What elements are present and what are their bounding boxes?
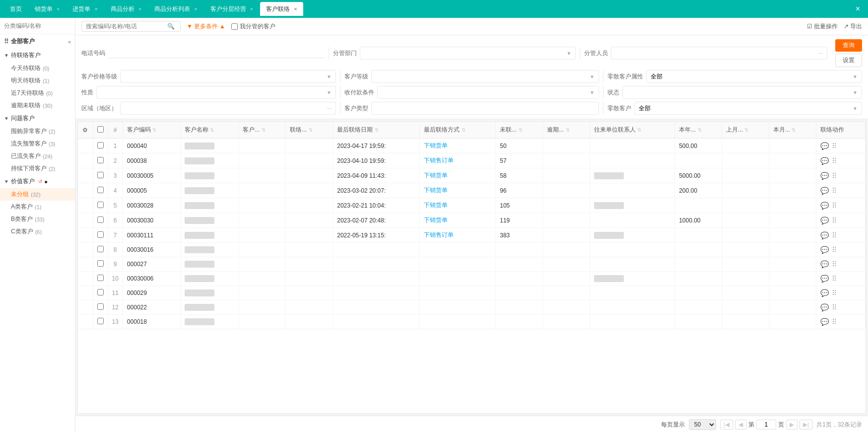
row-last-way[interactable]	[420, 300, 496, 315]
price-level-select[interactable]: ▼	[120, 70, 336, 83]
action-grid-icon[interactable]: ⠿	[832, 231, 837, 239]
last-way-column-header[interactable]: 最后联络方式 ⇅	[420, 122, 496, 139]
sidebar-item-class-b[interactable]: B类客户 (33)	[0, 213, 75, 225]
value-refresh-icon[interactable]: ↺	[38, 179, 42, 184]
close-product-analysis-tab[interactable]: ×	[138, 6, 141, 12]
row-checkbox-cell[interactable]	[93, 243, 108, 257]
export-button[interactable]: ↗ 导出	[844, 22, 862, 31]
first-page-button[interactable]: |◀	[720, 420, 733, 430]
close-sales-tab[interactable]: ×	[57, 6, 60, 12]
sidebar-item-tomorrow[interactable]: 明天待联络 (1)	[0, 74, 75, 87]
sidebar-item-lost[interactable]: 已流失客户 (24)	[0, 150, 75, 162]
phone-input[interactable]	[108, 49, 325, 58]
my-customers-checkbox[interactable]: 我分管的客户	[231, 22, 275, 31]
my-customers-check[interactable]	[231, 23, 238, 30]
action-grid-icon[interactable]: ⠿	[832, 246, 837, 254]
row-checkbox[interactable]	[97, 231, 104, 238]
this-year-column-header[interactable]: 本年... ⇅	[675, 122, 722, 139]
action-comment-icon[interactable]: 💬	[820, 202, 829, 210]
action-comment-icon[interactable]: 💬	[820, 142, 829, 150]
sidebar-item-7days[interactable]: 近7天待联络 (0)	[0, 87, 75, 99]
sidebar-item-declining[interactable]: 持续下滑客户 (2)	[0, 162, 75, 175]
status-select[interactable]: ▼	[622, 86, 862, 99]
action-comment-icon[interactable]: 💬	[820, 187, 829, 195]
row-checkbox[interactable]	[97, 275, 104, 281]
tab-customer-segment[interactable]: 客户分层经营 ×	[204, 2, 259, 16]
action-comment-icon[interactable]: 💬	[820, 231, 829, 239]
sidebar-search-input[interactable]	[4, 22, 75, 29]
scatter-select[interactable]: 全部 ▼	[634, 102, 862, 115]
nature-select[interactable]: ▼	[96, 86, 336, 99]
row-checkbox[interactable]	[97, 246, 104, 252]
type-column-header[interactable]: 客户... ⇅	[239, 122, 286, 139]
sidebar-item-warning[interactable]: 流失预警客户 (3)	[0, 138, 75, 150]
row-checkbox[interactable]	[97, 260, 104, 267]
close-customer-segment-tab[interactable]: ×	[250, 6, 253, 12]
row-checkbox-cell[interactable]	[93, 315, 108, 329]
action-grid-icon[interactable]: ⠿	[832, 260, 837, 268]
tab-sales[interactable]: 销货单 ×	[29, 2, 66, 16]
reset-button[interactable]: 设置	[835, 54, 862, 67]
row-checkbox[interactable]	[97, 142, 104, 148]
row-checkbox[interactable]	[97, 157, 104, 163]
row-checkbox-cell[interactable]	[93, 272, 108, 286]
query-button[interactable]: 查询	[835, 39, 862, 52]
action-comment-icon[interactable]: 💬	[820, 260, 829, 268]
row-checkbox-cell[interactable]	[93, 286, 108, 300]
row-checkbox[interactable]	[97, 187, 104, 193]
row-last-way[interactable]: 下销售订单	[420, 153, 496, 168]
row-checkbox-cell[interactable]	[93, 228, 108, 243]
row-last-way[interactable]: 下销货单	[420, 213, 496, 228]
row-checkbox-cell[interactable]	[93, 198, 108, 213]
contact-column-header[interactable]: 联络... ⇅	[286, 122, 333, 139]
row-checkbox[interactable]	[97, 318, 104, 324]
row-checkbox[interactable]	[97, 202, 104, 208]
action-grid-icon[interactable]: ⠿	[832, 275, 837, 283]
code-column-header[interactable]: 客户编码 ⇅	[123, 122, 180, 139]
sidebar-group-value[interactable]: ▼ 价值客户 ↺ ●	[0, 175, 75, 188]
row-last-way[interactable]	[420, 243, 496, 257]
more-conditions-button[interactable]: ▼ 更多条件 ▲	[187, 22, 225, 31]
row-checkbox-cell[interactable]	[93, 257, 108, 272]
sidebar-item-today[interactable]: 今天待联络 (0)	[0, 62, 75, 74]
sidebar-item-class-c[interactable]: C类客户 (6)	[0, 225, 75, 238]
row-last-way[interactable]: 下销货单	[420, 139, 496, 153]
row-last-way[interactable]: 下销货单	[420, 168, 496, 183]
row-checkbox-cell[interactable]	[93, 300, 108, 315]
row-last-way[interactable]: 下销售订单	[420, 228, 496, 243]
last-date-column-header[interactable]: 最后联络日期 ⇅	[333, 122, 420, 139]
close-customer-contact-tab[interactable]: ×	[294, 6, 297, 12]
close-all-button[interactable]: ×	[852, 4, 864, 13]
close-purchase-tab[interactable]: ×	[94, 6, 97, 12]
payment-select[interactable]: ▼	[377, 86, 599, 99]
tab-home[interactable]: 首页	[4, 2, 28, 16]
row-checkbox-cell[interactable]	[93, 183, 108, 198]
action-comment-icon[interactable]: 💬	[820, 246, 829, 254]
action-comment-icon[interactable]: 💬	[820, 216, 829, 224]
region-select[interactable]: ···	[120, 102, 336, 115]
row-checkbox[interactable]	[97, 216, 104, 223]
uncontact-column-header[interactable]: 未联... ⇅	[496, 122, 543, 139]
customer-level-select[interactable]: ▼	[371, 70, 599, 83]
page-number-input[interactable]	[756, 420, 776, 430]
row-last-way[interactable]	[420, 257, 496, 272]
row-last-way[interactable]	[420, 315, 496, 329]
dept-select[interactable]: ▼	[360, 47, 576, 60]
row-checkbox[interactable]	[97, 289, 104, 295]
per-page-select[interactable]: 50 100 200	[689, 419, 716, 430]
sidebar-all-customers[interactable]: ⠿ 全部客户 «	[0, 34, 75, 49]
this-month-column-header[interactable]: 本月... ⇅	[769, 122, 816, 139]
last-page-button[interactable]: ▶|	[800, 420, 812, 430]
action-grid-icon[interactable]: ⠿	[832, 187, 837, 195]
sidebar-item-class-a[interactable]: A类客户 (1)	[0, 201, 75, 213]
action-grid-icon[interactable]: ⠿	[832, 157, 837, 165]
sidebar-item-abnormal[interactable]: 囤购异常客户 (2)	[0, 125, 75, 138]
row-last-way[interactable]	[420, 286, 496, 300]
action-comment-icon[interactable]: 💬	[820, 318, 829, 326]
prev-page-button[interactable]: ◀	[735, 420, 746, 430]
action-grid-icon[interactable]: ⠿	[832, 289, 837, 297]
action-grid-icon[interactable]: ⠿	[832, 303, 837, 311]
row-checkbox-cell[interactable]	[93, 213, 108, 228]
row-last-way[interactable]: 下销货单	[420, 198, 496, 213]
action-comment-icon[interactable]: 💬	[820, 303, 829, 311]
